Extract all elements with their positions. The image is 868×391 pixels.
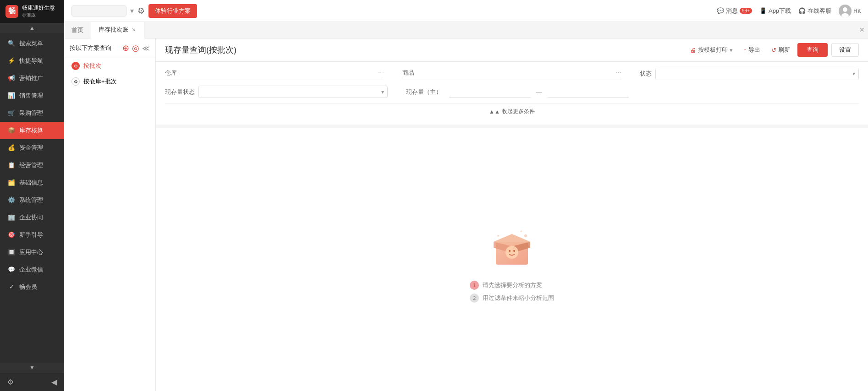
tip-num-2: 2 [470,293,479,303]
sidebar-item-operation[interactable]: 📋经营管理 [0,157,64,174]
sidebar-item-apps[interactable]: 🔲应用中心 [0,244,64,261]
sidebar-item-finance[interactable]: 💰资金管理 [0,139,64,157]
sidebar-header: 畅 畅康通好生意 标准版 [0,0,64,23]
svg-point-13 [520,230,522,232]
sidebar-nav: 🔍搜索菜单⚡快捷导航📢营销推广📊销售管理🛒采购管理📦库存核算💰资金管理📋经营管理… [0,33,64,363]
filter-status: 状态 ▾ [640,68,859,80]
messages-label: 消息 [726,7,738,15]
tab-home[interactable]: 首页 [64,22,91,38]
filter-area: 仓库 ··· 商品 ··· 状态 [156,62,868,125]
app-download-btn[interactable]: 📱 App下载 [759,7,791,15]
sidebar-item-label: 搜索菜单 [19,39,43,48]
quick-icon: ⚡ [7,57,16,65]
tab-close-btn[interactable]: × [131,27,137,33]
product-label: 商品 [402,69,414,77]
collapse-sidebar-icon[interactable]: ◀ [51,378,57,386]
sidebar-item-basic[interactable]: 🗂️基础信息 [0,174,64,191]
app-info: 畅康通好生意 标准版 [22,5,55,18]
main-area: ▾ ⚙ 体验行业方案 💬 消息 99+ 📱 App下载 🎧 在线客服 [64,0,868,391]
export-btn[interactable]: ↑ 导出 [740,44,764,56]
user-avatar-btn[interactable]: Rit [839,5,861,17]
sidebar-item-sales[interactable]: 📊销售管理 [0,87,64,104]
filter-warehouse: 仓库 ··· [165,67,384,80]
warehouse-input[interactable] [181,67,376,78]
sales-icon: 📊 [7,92,16,100]
enterprise-icon: 🏢 [7,213,16,222]
inventory-icon: 📦 [7,126,16,135]
settings-icon[interactable]: ⚙ [7,378,14,386]
filter-stock-status: 现存量状态 ▾ [165,86,388,98]
status-select-wrapper: ▾ [655,68,859,80]
warehouse-dots[interactable]: ··· [378,69,384,77]
search-input[interactable] [71,5,126,16]
sidebar-item-label: 企业微信 [19,266,43,274]
print-dropdown-icon: ▾ [730,47,733,54]
svg-point-10 [513,250,515,252]
left-panel-header: 按以下方案查询 ⊕ ◎ ≪ [64,38,155,58]
stock-status-select[interactable] [198,86,388,98]
sidebar-item-quick[interactable]: ⚡快捷导航 [0,52,64,70]
scheme-batch-label: 按批次 [83,62,101,70]
stock-qty-label: 现存量（主） [406,88,442,96]
collapse-filter-btn[interactable]: ▲▲ 收起更多条件 [165,103,859,119]
app-title: 畅康通好生意 [22,5,55,12]
stock-qty-min[interactable] [449,87,531,98]
product-input[interactable] [418,67,614,78]
headset-icon: 🎧 [798,7,806,14]
settings-icon[interactable]: ⚙ [137,6,145,16]
product-dots[interactable]: ··· [615,69,621,77]
filter-product: 商品 ··· [402,67,621,80]
online-service-btn[interactable]: 🎧 在线客服 [798,7,831,15]
messages-btn[interactable]: 💬 消息 99+ [717,7,752,15]
collapse-panel-btn[interactable]: ≪ [142,43,150,53]
sidebar-item-enterprise[interactable]: 🏢企业协同 [0,209,64,226]
username-label: Rit [853,7,861,14]
tab-home-label: 首页 [71,26,83,34]
experience-btn[interactable]: 体验行业方案 [148,4,197,18]
sidebar-item-search[interactable]: 🔍搜索菜单 [0,35,64,52]
system-icon: ⚙️ [7,196,16,204]
sidebar-item-purchase[interactable]: 🛒采购管理 [0,104,64,122]
sidebar-scroll-down[interactable]: ▼ [0,363,64,373]
collapse-label: 收起更多条件 [502,108,535,115]
top-bar-right: 💬 消息 99+ 📱 App下载 🎧 在线客服 [717,5,861,17]
query-btn[interactable]: 查询 [797,43,828,57]
page-close-btn[interactable]: × [856,25,868,35]
sidebar-item-label: 畅会员 [19,283,37,291]
sidebar-item-inventory[interactable]: 📦库存核算 [0,122,64,139]
refresh-btn[interactable]: ↺ 刷新 [768,44,794,56]
app-subtitle: 标准版 [22,12,55,18]
svg-point-8 [505,246,518,259]
sidebar-item-marketing[interactable]: 📢营销推广 [0,70,64,87]
marketing-icon: 📢 [7,74,16,82]
sidebar-scroll-up[interactable]: ▲ [0,23,64,33]
warehouse-label: 仓库 [165,69,177,77]
scheme-warehouse-batch[interactable]: ⚙ 按仓库+批次 [64,74,155,89]
page-header: 现存量查询(按批次) 🖨 按模板打印 ▾ ↑ 导出 ↺ 刷新 [156,38,868,62]
right-panel: 现存量查询(按批次) 🖨 按模板打印 ▾ ↑ 导出 ↺ 刷新 [156,38,868,391]
phone-icon: 📱 [759,7,767,14]
status-select[interactable] [655,68,859,80]
print-btn[interactable]: 🖨 按模板打印 ▾ [687,44,736,56]
add-scheme-btn[interactable]: ⊕ [122,43,129,53]
member-icon: ✓ [7,283,16,291]
sidebar-item-label: 新手引导 [19,231,43,239]
settings-btn[interactable]: 设置 [831,43,859,57]
tab-inventory-batch[interactable]: 库存批次账 × [91,22,144,38]
sidebar-item-member[interactable]: ✓畅会员 [0,278,64,296]
filter-row-2: 现存量状态 ▾ 现存量（主） — [165,86,859,98]
stock-qty-max[interactable] [548,87,629,98]
scheme-batch-icon: ⚙ [71,62,80,70]
sidebar-item-system[interactable]: ⚙️系统管理 [0,191,64,209]
operation-icon: 📋 [7,161,16,169]
sidebar-item-guide[interactable]: 🎯新手引导 [0,226,64,244]
sidebar-item-wechat[interactable]: 💬企业微信 [0,261,64,278]
stock-status-wrapper: ▾ [198,86,388,98]
scheme-batch[interactable]: ⚙ 按批次 [64,58,155,74]
sidebar: 畅 畅康通好生意 标准版 ▲ 🔍搜索菜单⚡快捷导航📢营销推广📊销售管理🛒采购管理… [0,0,64,391]
sidebar-item-label: 库存核算 [19,126,43,135]
settings-scheme-btn[interactable]: ◎ [132,43,139,53]
sidebar-item-label: 快捷导航 [19,57,43,65]
empty-tip-2: 2 用过滤条件来缩小分析范围 [470,293,554,303]
dropdown-icon[interactable]: ▾ [130,6,134,15]
